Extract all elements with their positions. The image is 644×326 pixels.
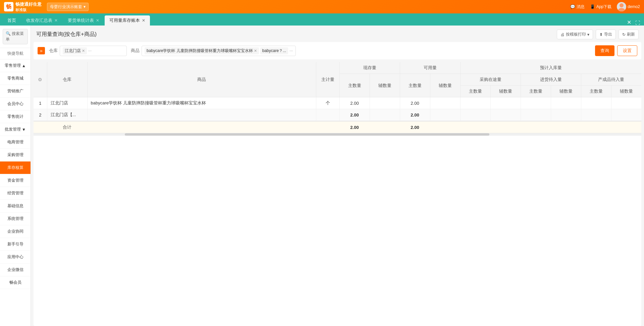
row-no: 1 (34, 97, 47, 109)
tab-available-stock[interactable]: 可用量库存账本 ✕ (105, 15, 150, 26)
subtotal-row: 2 江北门店【... 2.00 2.00 (34, 109, 641, 121)
row-pt-aux (490, 97, 521, 109)
close-icon[interactable]: ✕ (142, 18, 145, 23)
page-header: 可用量查询(按仓库+商品) 🖨 按模板打印 ▾ ⬆ 导出 ↻ 刷新 (31, 26, 644, 42)
warehouse-filter-group: 仓库 江北门店 ✕ ··· (49, 46, 127, 56)
sidebar-item-enterprise-wechat[interactable]: 企业微信 (0, 264, 31, 276)
product-tag-1: babycare学饮杯 儿童防摔防撞吸管杯重力球吸嘴杯宝宝水杯 ✕ (145, 47, 259, 54)
user-menu[interactable]: demo2 (617, 2, 640, 11)
close-icon[interactable]: ✕ (96, 18, 99, 23)
row-unit: 个 (316, 97, 339, 109)
th-purchase-pending: 进货待入量 (521, 74, 581, 86)
settings-button[interactable]: 设置 (617, 45, 637, 56)
th-purchase-transit: 采购在途量 (460, 74, 521, 86)
subtotal-product (87, 109, 316, 121)
print-button[interactable]: 🖨 按模板打印 ▾ (557, 30, 593, 39)
th-settings: ⚙ (34, 62, 47, 97)
logo-icon: 畅 (4, 2, 13, 11)
chevron-down-icon: ▾ (587, 32, 589, 37)
tab-order-stats[interactable]: 要货单统计表 ✕ (63, 15, 104, 26)
svg-point-0 (620, 3, 624, 7)
th-production-pending: 产成品待入量 (581, 74, 641, 86)
sidebar-item-finance[interactable]: 资金管理 (0, 174, 31, 187)
close-icon[interactable]: ✕ (54, 18, 58, 23)
sidebar-item-retail-mall[interactable]: 零售商城 (0, 72, 31, 85)
export-button[interactable]: ⬆ 导出 (596, 30, 616, 39)
sidebar-item-quick-nav[interactable]: 快捷导航 (0, 48, 31, 59)
tab-home[interactable]: 首页 (3, 15, 21, 26)
page-title: 可用量查询(按仓库+商品) (36, 31, 97, 38)
sidebar-item-marketing[interactable]: 营销推广 (0, 85, 31, 98)
tab-receivable-summary[interactable]: 收发存汇总表 ✕ (21, 15, 62, 26)
app-name: 畅捷通好生意 (15, 1, 42, 7)
close-all-tabs-button[interactable]: ✕ (624, 19, 634, 26)
footer-avail-main: 2.00 (400, 125, 430, 130)
row-pt-main (460, 97, 490, 109)
account-selector[interactable]: 母婴行业演示账套 (47, 3, 89, 11)
th-product: 商品 (87, 62, 316, 97)
subtotal-no: 2 (34, 109, 47, 121)
th-prod-aux: 辅数量 (611, 86, 641, 97)
row-avail-aux (430, 97, 460, 109)
product-tag-2: babycare？... (260, 47, 288, 54)
warehouse-input[interactable]: 江北门店 ✕ ··· (60, 46, 127, 56)
sidebar-item-system[interactable]: 系统管理 (0, 213, 31, 225)
app-download-button[interactable]: 📱 App下载 (590, 4, 611, 10)
th-forecast: 预计入库量 (460, 62, 641, 74)
sidebar-item-operations[interactable]: 经营管理 (0, 187, 31, 200)
subtotal-unit (316, 109, 339, 121)
more-icon[interactable]: ··· (289, 48, 293, 53)
product-filter-group: 商品 babycare学饮杯 儿童防摔防撞吸管杯重力球吸嘴杯宝宝水杯 ✕ bab… (131, 46, 296, 56)
row-pp-main (521, 97, 551, 109)
subtotal-warehouse: 江北门店【... (47, 109, 87, 121)
table-settings-icon[interactable]: ⚙ (38, 77, 42, 82)
subtotal-pt-main (460, 109, 490, 121)
sidebar-item-inventory[interactable]: 库存核算 (0, 161, 31, 174)
th-pt-aux: 辅数量 (490, 86, 521, 97)
sidebar-item-purchase[interactable]: 采购管理 (0, 149, 31, 161)
refresh-icon: ↻ (622, 32, 626, 37)
table-row: 1 江北门店 babycare学饮杯 儿童防摔防撞吸管杯重力球吸嘴杯宝宝水杯 个… (34, 97, 641, 109)
subtotal-prod-main (581, 109, 611, 121)
expand-icon[interactable]: ⛶ (634, 20, 641, 26)
sidebar-item-app-center[interactable]: 应用中心 (0, 251, 31, 264)
product-input[interactable]: babycare学饮杯 儿童防摔防撞吸管杯重力球吸嘴杯宝宝水杯 ✕ babyca… (142, 46, 296, 56)
search-menu-button[interactable]: 🔍 搜索菜单 (3, 29, 28, 44)
svg-point-1 (618, 8, 625, 11)
row-pp-aux (551, 97, 581, 109)
th-current-main: 主数量 (339, 74, 370, 97)
row-prod-aux (611, 97, 641, 109)
sidebar-item-member[interactable]: 畅会员 (0, 276, 31, 289)
subtotal-avail-aux (430, 109, 460, 121)
filter-expand-button[interactable]: » (38, 47, 45, 54)
query-button[interactable]: 查询 (595, 45, 614, 56)
sidebar-search-area: 🔍 搜索菜单 (0, 26, 31, 48)
product-label: 商品 (131, 48, 140, 54)
subtotal-current-main: 2.00 (339, 109, 370, 121)
product-tag1-close[interactable]: ✕ (254, 49, 257, 53)
message-icon: 💬 (570, 4, 575, 9)
chevron-up-icon: ▲ (22, 63, 26, 68)
sidebar-item-wholesale-management[interactable]: 批发管理 ▼ (0, 123, 31, 136)
row-warehouse: 江北门店 (47, 97, 87, 109)
message-button[interactable]: 💬 消息 (570, 4, 585, 10)
th-unit: 主计量 (316, 62, 339, 97)
filter-bar: » 仓库 江北门店 ✕ ··· 商品 babycare学饮杯 儿童防摔防撞吸管杯… (34, 42, 641, 59)
app-subtitle: 标准版 (15, 7, 42, 12)
sidebar-item-membership[interactable]: 会员中心 (0, 98, 31, 110)
sidebar-item-basic-info[interactable]: 基础信息 (0, 200, 31, 213)
sidebar-item-retail-management[interactable]: 零售管理 ▲ (0, 59, 31, 72)
sidebar-item-ecommerce[interactable]: 电商管理 (0, 136, 31, 149)
more-icon[interactable]: ··· (88, 48, 92, 53)
sidebar-item-enterprise-collab[interactable]: 企业协同 (0, 225, 31, 238)
row-current-main: 2.00 (339, 97, 370, 109)
refresh-button[interactable]: ↻ 刷新 (619, 30, 639, 39)
th-current-aux: 辅数量 (370, 74, 400, 97)
footer-current-main: 2.00 (339, 125, 370, 130)
warehouse-tag-close[interactable]: ✕ (82, 49, 85, 53)
horizontal-scrollbar[interactable] (34, 133, 641, 136)
top-bar-right: 💬 消息 📱 App下载 demo2 (570, 2, 640, 11)
sidebar-item-new-guide[interactable]: 新手引导 (0, 238, 31, 251)
top-bar: 畅 畅捷通好生意 标准版 母婴行业演示账套 💬 消息 📱 App下载 demo2 (0, 0, 644, 13)
sidebar-item-retail-stats[interactable]: 零售统计 (0, 110, 31, 123)
